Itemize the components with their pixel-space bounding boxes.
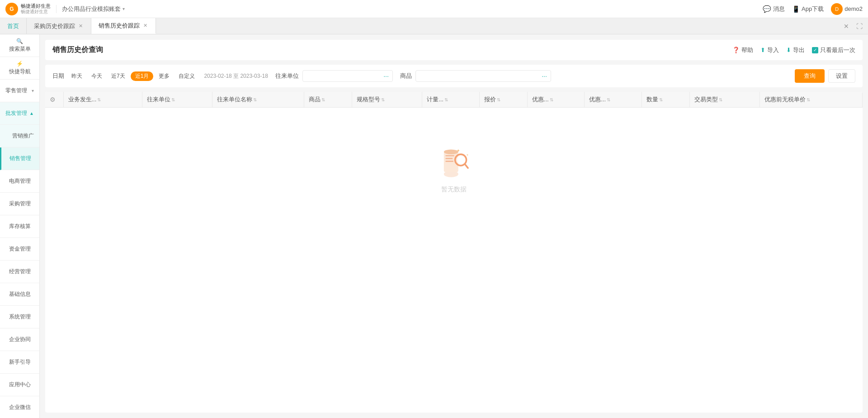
tab-close-all-btn[interactable]: ✕ <box>842 21 851 32</box>
gear-icon[interactable]: ⚙ <box>50 96 56 103</box>
date-btn-7days[interactable]: 近7天 <box>108 71 129 81</box>
sort-discount2-icon: ⇅ <box>607 97 610 102</box>
partner-label: 往来单位 <box>275 72 299 80</box>
top-bar: G 畅捷通好生意 畅捷通好生意 办公用品行业模拟账套 ▾ 💬 消息 📱 App下… <box>0 0 868 18</box>
tab-purchase-history[interactable]: 采购历史价跟踪 ✕ <box>27 18 91 34</box>
th-quote[interactable]: 报价 ⇅ <box>479 92 527 108</box>
table-container: ⚙ 业务发生... ⇅ 往来单位 ⇅ <box>45 92 863 413</box>
table-body: ✦ ✦ 暂无数据 <box>45 108 863 230</box>
message-icon: 💬 <box>763 5 771 13</box>
sidebar-item-guide[interactable]: 新手引导 <box>0 351 39 374</box>
th-trade-type[interactable]: 交易类型 ⇅ <box>689 92 760 108</box>
sidebar-item-inventory-label: 库存核算 <box>9 223 31 230</box>
th-discount2-label: 优惠... <box>589 95 606 104</box>
export-btn[interactable]: ⬇ 导出 <box>786 46 805 54</box>
sidebar-item-inventory[interactable]: 库存核算 <box>0 215 39 238</box>
th-pre-tax[interactable]: 优惠前无税单价 ⇅ <box>760 92 862 108</box>
help-icon: ❓ <box>732 47 740 53</box>
sidebar-item-retail-mgmt[interactable]: 零售管理 ▾ <box>0 80 39 102</box>
message-btn[interactable]: 💬 消息 <box>763 5 785 13</box>
sidebar-item-system[interactable]: 系统管理 <box>0 306 39 328</box>
date-btn-today[interactable]: 今天 <box>88 71 106 81</box>
tab-sales-close[interactable]: ✕ <box>142 22 148 29</box>
partner-input[interactable]: ··· <box>302 70 393 82</box>
th-unit-label: 计量... <box>427 95 443 104</box>
th-biz-date[interactable]: 业务发生... ⇅ <box>63 92 142 108</box>
help-btn[interactable]: ❓ 帮助 <box>732 46 753 54</box>
table-header-row: ⚙ 业务发生... ⇅ 往来单位 ⇅ <box>45 92 863 108</box>
sort-trade-type-icon: ⇅ <box>719 97 722 102</box>
last-only-checkbox-label[interactable]: ✓ 只看最后一次 <box>812 46 855 54</box>
content-area: 销售历史价查询 ❓ 帮助 ⬆ 导入 ⬇ 导出 ✓ 只看最后一次 <box>40 34 868 418</box>
th-partner-name[interactable]: 往来单位名称 ⇅ <box>212 92 304 108</box>
date-btn-more[interactable]: 更多 <box>155 71 173 81</box>
sidebar-item-quick-nav[interactable]: ⚡ 快捷导航 <box>0 57 39 80</box>
settings-btn[interactable]: 设置 <box>828 69 855 83</box>
th-discount1-label: 优惠... <box>532 95 549 104</box>
date-buttons: 昨天 今天 近7天 近1月 更多 自定义 <box>68 71 198 81</box>
quick-nav-icon: ⚡ <box>16 61 23 67</box>
svg-text:✦: ✦ <box>466 153 468 157</box>
sidebar-item-operations[interactable]: 经营管理 <box>0 261 39 283</box>
empty-state: ✦ ✦ 暂无数据 <box>45 108 863 230</box>
tab-maximize-btn[interactable]: ⛶ <box>854 21 864 32</box>
sidebar-item-retail-label: 零售管理 <box>5 87 27 95</box>
sidebar-item-basic-info[interactable]: 基础信息 <box>0 283 39 306</box>
sidebar-item-ecommerce-label: 电商管理 <box>9 177 31 185</box>
download-icon: 📱 <box>792 5 800 13</box>
date-btn-custom[interactable]: 自定义 <box>175 71 198 81</box>
last-only-checkbox[interactable]: ✓ <box>812 47 818 53</box>
sidebar-item-marketing[interactable]: 营销推广 <box>0 125 39 147</box>
th-discount2[interactable]: 优惠... ⇅ <box>585 92 642 108</box>
date-btn-yesterday[interactable]: 昨天 <box>68 71 86 81</box>
logo-subtitle: 畅捷通好生意 <box>21 9 51 14</box>
user-area[interactable]: D demo2 <box>831 3 863 15</box>
tab-sales-history[interactable]: 销售历史价跟踪 ✕ <box>91 18 156 34</box>
app-title: 办公用品行业模拟账套 <box>62 5 121 13</box>
sidebar-item-quick-nav-label: 快捷导航 <box>9 68 31 76</box>
tab-purchase-close[interactable]: ✕ <box>78 23 84 29</box>
sidebar-item-app-center[interactable]: 应用中心 <box>0 374 39 396</box>
th-qty[interactable]: 数量 ⇅ <box>642 92 689 108</box>
th-unit[interactable]: 计量... ⇅ <box>422 92 479 108</box>
top-bar-left: G 畅捷通好生意 畅捷通好生意 办公用品行业模拟账套 ▾ <box>5 3 125 15</box>
app-title-dropdown[interactable]: ▾ <box>123 6 125 11</box>
sidebar-item-search-menu[interactable]: 🔍 搜索菜单 <box>0 34 39 57</box>
sidebar-item-ecommerce[interactable]: 电商管理 <box>0 170 39 193</box>
svg-rect-3 <box>445 158 453 159</box>
sort-spec-icon: ⇅ <box>381 97 385 102</box>
svg-line-8 <box>465 164 468 168</box>
sidebar-item-wechat[interactable]: 企业微信 <box>0 396 39 418</box>
sidebar-item-purchase[interactable]: 采购管理 <box>0 193 39 215</box>
import-btn[interactable]: ⬆ 导入 <box>760 46 779 54</box>
date-btn-1month[interactable]: 近1月 <box>131 71 154 81</box>
sort-unit-icon: ⇅ <box>444 97 448 102</box>
tab-bar-actions: ✕ ⛶ <box>842 18 868 34</box>
sidebar-item-finance[interactable]: 资金管理 <box>0 238 39 261</box>
sidebar-item-enterprise[interactable]: 企业协同 <box>0 328 39 351</box>
sort-pre-tax-icon: ⇅ <box>807 97 810 102</box>
sort-discount1-icon: ⇅ <box>550 97 553 102</box>
th-product[interactable]: 商品 ⇅ <box>304 92 352 108</box>
tab-home-label: 首页 <box>7 22 19 30</box>
empty-text: 暂无数据 <box>441 185 467 194</box>
tab-sales-label: 销售历史价跟踪 <box>99 22 140 30</box>
sidebar-item-purchase-label: 采购管理 <box>9 200 31 208</box>
svg-rect-2 <box>445 155 454 157</box>
search-menu-icon: 🔍 <box>16 38 23 44</box>
sidebar-item-operations-label: 经营管理 <box>9 268 31 276</box>
query-btn[interactable]: 查询 <box>795 69 825 83</box>
th-discount1[interactable]: 优惠... ⇅ <box>527 92 584 108</box>
sidebar-item-sales-mgmt[interactable]: 销售管理 <box>0 147 39 170</box>
tab-home[interactable]: 首页 <box>0 18 27 34</box>
th-partner-code[interactable]: 往来单位 ⇅ <box>142 92 212 108</box>
app-download-btn[interactable]: 📱 App下载 <box>792 5 824 13</box>
filter-actions: 查询 设置 <box>795 69 855 83</box>
sidebar-item-wholesale-mgmt[interactable]: 批发管理 ▲ <box>0 102 39 125</box>
sidebar-item-finance-label: 资金管理 <box>9 245 31 253</box>
th-spec[interactable]: 规格型号 ⇅ <box>352 92 422 108</box>
product-input[interactable]: ··· <box>415 70 551 82</box>
sidebar-item-enterprise-label: 企业协同 <box>9 336 31 343</box>
th-product-label: 商品 <box>309 95 321 104</box>
th-trade-type-label: 交易类型 <box>694 95 718 104</box>
